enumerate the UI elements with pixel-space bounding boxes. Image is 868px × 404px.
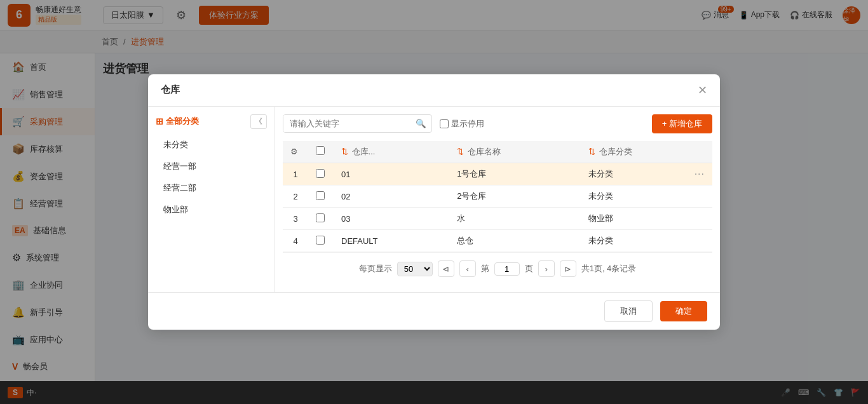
row-name-4: 总仓 (449, 230, 581, 252)
row-checkbox-2 (308, 185, 334, 208)
table-head: ⚙ ⇅ 仓库... ⇅ (283, 141, 712, 163)
category-item-property[interactable]: 物业部 (156, 199, 267, 220)
row-checkbox-1 (308, 163, 334, 185)
sort-icon-category: ⇅ (588, 147, 595, 156)
table-row[interactable]: 2 02 2号仓库 未分类 (283, 185, 712, 208)
search-box: 🔍 (283, 114, 432, 133)
th-code: ⇅ 仓库... (334, 141, 449, 163)
prev-page-button[interactable]: ‹ (459, 260, 476, 277)
add-warehouse-button[interactable]: + 新增仓库 (652, 114, 712, 133)
warehouse-table: ⚙ ⇅ 仓库... ⇅ (283, 141, 712, 253)
dialog-title: 仓库 (161, 84, 180, 96)
th-checkbox (308, 141, 334, 163)
row-code-3: 03 (334, 208, 449, 230)
row-name-1: 1号仓库 (449, 163, 581, 185)
category-item-dept2[interactable]: 经营二部 (156, 177, 267, 199)
category-header: ⊞ 全部分类 《 (156, 114, 267, 129)
table-row[interactable]: 1 01 1号仓库 未分类 ··· (283, 163, 712, 185)
last-page-button[interactable]: ⊳ (560, 260, 576, 277)
category-item-dept1[interactable]: 经营一部 (156, 156, 267, 177)
th-category: ⇅ 仓库分类 (581, 141, 712, 163)
table-header-row: ⚙ ⇅ 仓库... ⇅ (283, 141, 712, 163)
total-info: 共1页, 4条记录 (581, 263, 637, 274)
th-gear: ⚙ (283, 141, 308, 163)
row-category-3: 物业部 (581, 208, 712, 230)
next-page-button[interactable]: › (538, 260, 555, 277)
show-disabled-label[interactable]: 显示停用 (440, 118, 484, 130)
confirm-button[interactable]: 确定 (660, 301, 707, 321)
table-row[interactable]: 4 DEFAULT 总仓 未分类 (283, 230, 712, 252)
search-button[interactable]: 🔍 (410, 115, 431, 132)
table-row[interactable]: 3 03 水 物业部 (283, 208, 712, 230)
row-category-2: 未分类 (581, 185, 712, 208)
warehouse-dialog: 仓库 ✕ ⊞ 全部分类 《 未分类 经营一部 经营二部 物业部 (148, 74, 720, 330)
table-body: 1 01 1号仓库 未分类 ··· 2 (283, 163, 712, 252)
search-input[interactable] (283, 115, 410, 132)
toolbar-left: 🔍 显示停用 (283, 114, 484, 133)
gear-column-icon[interactable]: ⚙ (290, 147, 298, 156)
table-container: ⚙ ⇅ 仓库... ⇅ (283, 141, 712, 253)
row-category-1: 未分类 ··· (581, 163, 712, 185)
per-page-select[interactable]: 50 10 20 100 (397, 262, 433, 276)
sort-icon-name: ⇅ (457, 147, 464, 156)
row-checkbox-4 (308, 230, 334, 252)
table-panel: 🔍 显示停用 + 新增仓库 (275, 107, 720, 293)
row-checkbox-3 (308, 208, 334, 230)
grid-icon: ⊞ (156, 116, 163, 126)
row-num-3: 3 (283, 208, 308, 230)
table-toolbar: 🔍 显示停用 + 新增仓库 (283, 114, 712, 133)
per-page-label: 每页显示 (359, 263, 392, 274)
page-suffix: 页 (525, 263, 533, 274)
select-all-checkbox[interactable] (316, 146, 325, 155)
cancel-button[interactable]: 取消 (604, 300, 653, 322)
row-name-3: 水 (449, 208, 581, 230)
row-category-4: 未分类 (581, 230, 712, 252)
row-num-4: 4 (283, 230, 308, 252)
show-disabled-checkbox[interactable] (440, 119, 449, 128)
row-code-1: 01 (334, 163, 449, 185)
category-title: ⊞ 全部分类 (156, 116, 199, 127)
row-name-2: 2号仓库 (449, 185, 581, 208)
dialog-close-button[interactable]: ✕ (698, 83, 707, 97)
row-code-2: 02 (334, 185, 449, 208)
row-num-1: 1 (283, 163, 308, 185)
dialog-footer: 取消 确定 (148, 292, 720, 330)
row-action-button-1[interactable]: ··· (695, 168, 705, 180)
pagination: 每页显示 50 10 20 100 ⊲ ‹ 第 页 › ⊳ 共1页, 4条记录 (283, 252, 712, 285)
category-panel: ⊞ 全部分类 《 未分类 经营一部 经营二部 物业部 (148, 107, 275, 293)
collapse-button[interactable]: 《 (250, 114, 267, 129)
first-page-button[interactable]: ⊲ (438, 260, 454, 277)
page-number-input[interactable] (494, 262, 520, 276)
row-num-2: 2 (283, 185, 308, 208)
dialog-header: 仓库 ✕ (148, 74, 720, 107)
th-name: ⇅ 仓库名称 (449, 141, 581, 163)
category-item-unclassified[interactable]: 未分类 (156, 134, 267, 156)
dialog-body: ⊞ 全部分类 《 未分类 经营一部 经营二部 物业部 🔍 (148, 107, 720, 293)
row-code-4: DEFAULT (334, 230, 449, 252)
sort-icon-code: ⇅ (341, 147, 348, 156)
modal-overlay[interactable]: 仓库 ✕ ⊞ 全部分类 《 未分类 经营一部 经营二部 物业部 (0, 0, 868, 404)
page-label: 第 (481, 263, 489, 274)
